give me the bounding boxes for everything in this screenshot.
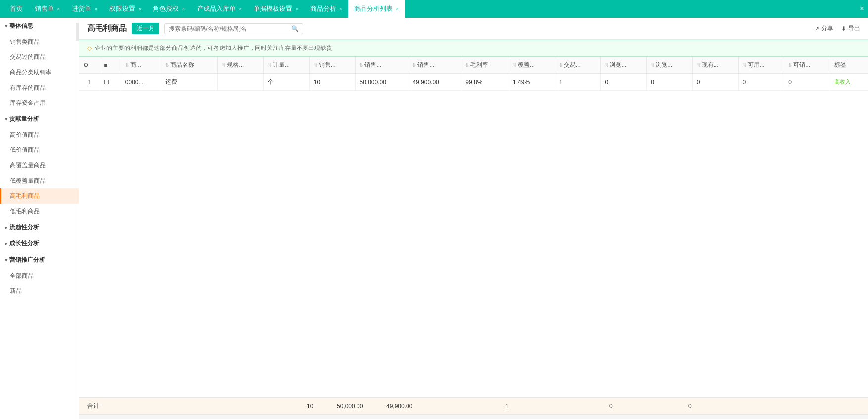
nav-close-icon[interactable]: × [94,6,97,12]
chevron-down-icon: ▾ [5,23,7,29]
footer-cell-7: 50,000.00 [333,403,382,410]
nav-close-icon[interactable]: × [138,6,141,12]
sort-icon: ⇅ [788,63,792,68]
export-icon: ⬇ [841,25,846,32]
sidebar-section-title[interactable]: ▸成长性分析 [0,235,79,252]
sidebar-item[interactable]: 商品分类助销率 [0,65,79,80]
column-label: 计量... [273,61,290,68]
nav-close-icon[interactable]: × [182,6,185,12]
column-label: 浏览... [610,61,626,68]
sidebar-item[interactable]: 低毛利商品 [0,204,79,219]
table-header-cell-gross_margin[interactable]: ⇅毛利率 [461,57,509,74]
sidebar-section: ▸成长性分析 [0,235,79,252]
footer-cell-8: 49,900.00 [382,403,432,410]
time-filter-button[interactable]: 近一月 [132,23,159,34]
sidebar-collapse-button[interactable]: « [76,23,79,41]
table-cell-tag: 高收入 [830,74,868,91]
column-label: 销售... [319,61,336,68]
search-icon[interactable]: 🔍 [291,25,299,32]
sidebar-section-title[interactable]: ▾营销推广分析 [0,252,79,268]
footer-cell-14: 0 [605,403,645,410]
table-wrap: ⚙■⇅商...⇅商品名称⇅规格...⇅计量...⇅销售...⇅销售...⇅销售.… [79,57,868,397]
table-cell-checkbox: ☐ [100,74,121,91]
sidebar-item[interactable]: 库存资金占用 [0,95,79,111]
sidebar-item[interactable]: 低覆盖量商品 [0,173,79,188]
nav-item[interactable]: 首页 [4,0,29,18]
table-header-cell-tag: 标签 [830,57,868,74]
column-label: ⚙ [83,62,89,69]
sort-icon: ⇅ [513,63,517,68]
nav-item[interactable]: 销售单× [29,0,66,18]
table-header-cell-browse1[interactable]: ⇅浏览... [601,57,647,74]
horizontal-scrollbar[interactable] [79,414,868,419]
sort-icon: ⇅ [605,63,609,68]
sidebar-item[interactable]: 交易过的商品 [0,49,79,65]
search-wrap: 🔍 [164,23,303,34]
table-header-cell-code[interactable]: ⇅商... [121,57,161,74]
column-label: 标签 [834,61,846,68]
table-cell-sales3: 49,900.00 [408,74,461,91]
table-cell-browse1: 0 [601,74,647,91]
nav-item[interactable]: 商品分析× [305,0,348,18]
table-header-cell-sales3[interactable]: ⇅销售... [408,57,461,74]
info-icon: ◇ [87,45,92,52]
nav-item[interactable]: 进货单× [66,0,103,18]
sidebar-item[interactable]: 有库存的商品 [0,80,79,95]
sidebar-item[interactable]: 高毛利商品 [0,188,79,204]
chevron-right-icon: ▸ [5,225,7,230]
content-header: 高毛利商品 近一月 🔍 ↗ 分享 ⬇ 导出 [79,18,868,40]
nav-item[interactable]: 单据模板设置× [248,0,304,18]
chevron-down-icon: ▾ [5,257,7,263]
table-header-cell-browse2[interactable]: ⇅浏览... [647,57,693,74]
search-input[interactable] [169,25,291,32]
column-label: 商品名称 [170,61,194,68]
nav-close-icon[interactable]: × [339,6,342,12]
column-label: 可销... [793,61,810,68]
sort-icon: ⇅ [651,63,655,68]
column-label: 可用... [748,61,765,68]
sidebar-item[interactable]: 销售类商品 [0,34,79,49]
sidebar-item[interactable]: 新品 [0,283,79,299]
table-header-cell-spec[interactable]: ⇅规格... [218,57,264,74]
export-button[interactable]: ⬇ 导出 [841,24,860,33]
sidebar: « ▾整体信息销售类商品交易过的商品商品分类助销率有库存的商品库存资金占用▾贡献… [0,18,79,419]
share-icon: ↗ [815,25,819,32]
share-button[interactable]: ↗ 分享 [815,24,833,33]
table-header-cell-sales2[interactable]: ⇅销售... [356,57,408,74]
nav-item[interactable]: 商品分析列表× [348,0,405,18]
table-header-cell-coverage[interactable]: ⇅覆盖... [509,57,555,74]
footer-cell-16: 0 [684,403,724,410]
sidebar-section: ▾整体信息销售类商品交易过的商品商品分类助销率有库存的商品库存资金占用 [0,18,79,111]
table-header-cell-stock_saleable[interactable]: ⇅可销... [784,57,830,74]
nav-close-icon[interactable]: × [57,6,60,12]
table-header: ⚙■⇅商...⇅商品名称⇅规格...⇅计量...⇅销售...⇅销售...⇅销售.… [79,57,868,74]
nav-close-icon[interactable]: × [239,6,242,12]
table-header-cell-stock_available[interactable]: ⇅可用... [738,57,784,74]
table-cell-sales2: 50,000.00 [356,74,408,91]
nav-item[interactable]: 角色授权× [147,0,191,18]
window-close-button[interactable]: × [860,4,864,13]
table-cell-num: 1 [79,74,100,91]
sidebar-section-title[interactable]: ▸流趋性分析 [0,219,79,235]
sort-icon: ⇅ [465,63,469,68]
nav-close-icon[interactable]: × [295,6,298,12]
nav-item[interactable]: 产成品入库单× [191,0,248,18]
table-header-cell-transaction[interactable]: ⇅交易... [555,57,601,74]
sidebar-item[interactable]: 高价值商品 [0,127,79,142]
sidebar-section-title[interactable]: ▾贡献量分析 [0,111,79,127]
table-cell-spec [218,74,264,91]
sort-icon: ⇅ [314,63,318,68]
sidebar-item[interactable]: 全部商品 [0,268,79,283]
sidebar-section-title[interactable]: ▾整体信息 [0,18,79,34]
table-header-cell-stock_current[interactable]: ⇅现有... [692,57,738,74]
sidebar-item[interactable]: 高覆盖量商品 [0,158,79,173]
sidebar-item[interactable]: 低价值商品 [0,142,79,158]
nav-close-icon[interactable]: × [396,6,399,12]
table-cell-name: 运费 [161,74,218,91]
table-header-cell-name[interactable]: ⇅商品名称 [161,57,218,74]
table-header-cell-sales1[interactable]: ⇅销售... [309,57,356,74]
content-area: 高毛利商品 近一月 🔍 ↗ 分享 ⬇ 导出 ◇ 企业的主要的利润都是这部分商品创… [79,18,868,419]
nav-item[interactable]: 权限设置× [103,0,147,18]
table-header-cell-unit[interactable]: ⇅计量... [264,57,310,74]
sidebar-section-label: 营销推广分析 [9,256,45,264]
